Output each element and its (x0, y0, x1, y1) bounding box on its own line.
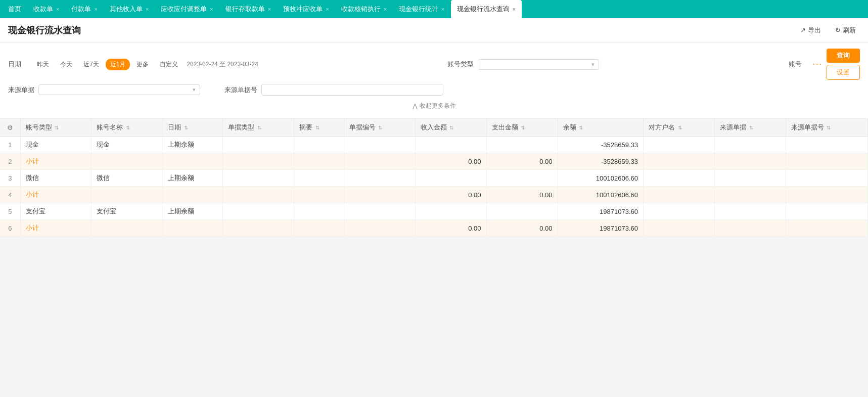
nav-payment[interactable]: 付款单 × (65, 0, 103, 18)
refresh-button[interactable]: ↻ 刷新 (831, 24, 860, 37)
date-btn-yesterday[interactable]: 昨天 (32, 59, 54, 70)
cell-doc-no (344, 153, 415, 170)
cell-account-name: 现金 (92, 137, 163, 153)
source-doc-select[interactable]: ▾ (38, 84, 200, 95)
date-range-display: 2023-02-24 至 2023-03-24 (187, 60, 258, 69)
cell-date: 上期余额 (163, 137, 223, 153)
date-btn-today[interactable]: 今天 (56, 59, 77, 70)
cell-source-doc (714, 170, 786, 187)
query-button[interactable]: 查询 (827, 49, 860, 63)
close-advance-icon[interactable]: × (326, 6, 329, 12)
nav-home[interactable]: 首页 (2, 0, 27, 18)
collapse-bar[interactable]: ⋀ 收起更多条件 (8, 100, 860, 112)
table-row: 3微信微信上期余额100102606.60 (0, 170, 868, 187)
cell-expense: 0.00 (486, 153, 558, 170)
nav-bank-deposit[interactable]: 银行存取款单 × (219, 0, 277, 18)
cell-counterparty (643, 203, 714, 220)
cell-expense (486, 170, 558, 187)
cell-index: 5 (0, 203, 20, 220)
cell-doc-no (344, 170, 415, 187)
col-balance-label: 余额 (563, 123, 576, 131)
cell-income (415, 170, 486, 187)
close-flow-icon[interactable]: × (513, 6, 516, 12)
col-counterparty[interactable]: 对方户名 ⇅ (643, 119, 714, 137)
refresh-icon: ↻ (835, 26, 841, 34)
cell-doc-no (344, 203, 415, 220)
col-account-type[interactable]: 账号类型 ⇅ (20, 119, 92, 137)
cell-balance: -3528659.33 (558, 153, 643, 170)
col-expense[interactable]: 支出金额 ⇅ (486, 119, 558, 137)
col-doc-type-label: 单据类型 (228, 123, 254, 131)
nav-advance-offset[interactable]: 预收冲应收单 × (277, 0, 335, 18)
col-source-doc-no[interactable]: 来源单据号 ⇅ (786, 119, 867, 137)
header-actions: ↗ 导出 ↻ 刷新 (796, 24, 860, 37)
source-doc-arrow-icon: ▾ (193, 86, 196, 93)
col-doc-no-label: 单据编号 (349, 123, 376, 131)
date-btn-more[interactable]: 更多 (132, 59, 153, 70)
source-doc-no-input[interactable] (261, 84, 443, 96)
nav-receipt-exec[interactable]: 收款核销执行 × (335, 0, 393, 18)
sort-doc-no-icon: ⇅ (378, 125, 382, 130)
collapse-up-icon: ⋀ (413, 103, 418, 110)
col-income[interactable]: 收入金额 ⇅ (415, 119, 486, 137)
cell-source-doc-no (786, 153, 867, 170)
close-ar-ap-icon[interactable]: × (210, 6, 213, 12)
close-stat-icon[interactable]: × (441, 6, 444, 12)
cell-counterparty (643, 170, 714, 187)
sort-doc-type-icon: ⇅ (257, 125, 261, 130)
cell-summary (294, 137, 344, 153)
table-row: 5支付宝支付宝上期余额19871073.60 (0, 203, 868, 220)
col-counterparty-label: 对方户名 (649, 123, 675, 131)
sort-summary-icon: ⇅ (315, 125, 319, 130)
table-header-row: ⚙ 账号类型 ⇅ 账号名称 ⇅ 日期 ⇅ 单据类型 ⇅ (0, 119, 868, 137)
close-bank-deposit-icon[interactable]: × (268, 6, 271, 12)
nav-other-income[interactable]: 其他收入单 × (104, 0, 155, 18)
cell-summary (294, 170, 344, 187)
sort-expense-icon: ⇅ (521, 125, 525, 130)
col-summary[interactable]: 摘要 ⇅ (294, 119, 344, 137)
cell-date: 上期余额 (163, 170, 223, 187)
col-account-name[interactable]: 账号名称 ⇅ (92, 119, 163, 137)
cell-index: 1 (0, 137, 20, 153)
col-doc-no[interactable]: 单据编号 ⇅ (344, 119, 415, 137)
sort-date-icon: ⇅ (184, 125, 188, 130)
nav-cash-bank-stat[interactable]: 现金银行统计 × (393, 0, 450, 18)
close-exec-icon[interactable]: × (384, 6, 387, 12)
cell-summary (294, 153, 344, 170)
account-dots-button[interactable]: ··· (813, 60, 823, 69)
col-source-doc[interactable]: 来源单据 ⇅ (714, 119, 786, 137)
sort-account-type-icon: ⇅ (55, 125, 59, 130)
cell-account-name (92, 220, 163, 237)
nav-cash-bank-flow[interactable]: 现金银行流水查询 × (451, 0, 522, 18)
cell-index: 3 (0, 170, 20, 187)
close-other-income-icon[interactable]: × (146, 6, 149, 12)
cell-income: 0.00 (415, 220, 486, 237)
cell-counterparty (643, 137, 714, 153)
cell-date (163, 153, 223, 170)
nav-ar-ap-adjust[interactable]: 应收应付调整单 × (155, 0, 219, 18)
col-date[interactable]: 日期 ⇅ (163, 119, 223, 137)
settings-button[interactable]: 设置 (827, 65, 860, 80)
cell-account-type: 小计 (20, 153, 92, 170)
date-btn-custom[interactable]: 自定义 (155, 59, 182, 70)
cell-account-type: 微信 (20, 170, 92, 187)
close-receipt-icon[interactable]: × (56, 6, 59, 12)
cell-expense (486, 137, 558, 153)
cell-source-doc (714, 203, 786, 220)
col-balance[interactable]: 余额 ⇅ (558, 119, 643, 137)
page-header: 现金银行流水查询 ↗ 导出 ↻ 刷新 (0, 18, 868, 42)
sort-source-doc-no-icon: ⇅ (827, 125, 831, 130)
data-table: ⚙ 账号类型 ⇅ 账号名称 ⇅ 日期 ⇅ 单据类型 ⇅ (0, 119, 868, 237)
cell-summary (294, 187, 344, 203)
date-btn-7days[interactable]: 近7天 (79, 59, 104, 70)
nav-receipt[interactable]: 收款单 × (27, 0, 65, 18)
close-payment-icon[interactable]: × (94, 6, 97, 12)
col-doc-type[interactable]: 单据类型 ⇅ (223, 119, 294, 137)
export-icon: ↗ (800, 26, 806, 34)
export-button[interactable]: ↗ 导出 (796, 24, 825, 37)
account-type-select[interactable]: ▾ (478, 59, 599, 70)
cell-source-doc-no (786, 203, 867, 220)
date-options: 昨天 今天 近7天 近1月 更多 自定义 2023-02-24 至 2023-0… (32, 59, 258, 70)
col-gear[interactable]: ⚙ (0, 119, 20, 137)
date-btn-1month[interactable]: 近1月 (106, 59, 130, 70)
